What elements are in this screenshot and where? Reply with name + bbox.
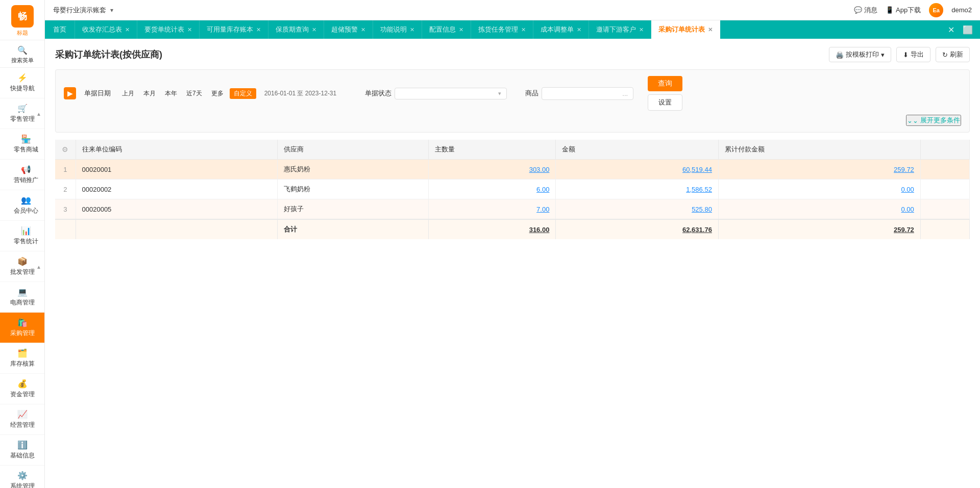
tab-close-icon[interactable]: ✕ — [187, 27, 192, 33]
export-icon: ⬇ — [903, 51, 909, 59]
goods-label: 商品 — [525, 89, 538, 98]
paid-value[interactable]: 0.00 — [718, 179, 920, 199]
amount-value[interactable]: 60,519.44 — [556, 160, 718, 179]
settings-button[interactable]: 设置 — [648, 94, 682, 111]
tab-close-icon[interactable]: ✕ — [125, 27, 130, 33]
tab-close-icon[interactable]: ✕ — [361, 27, 365, 33]
sidebar-item-members[interactable]: 👥 会员中心 — [0, 190, 44, 221]
tab-close-icon[interactable]: ✕ — [577, 27, 581, 33]
sidebar-item-ecommerce[interactable]: 💻 电商管理 — [0, 282, 44, 313]
sidebar-item-retail-mgmt[interactable]: 🛒 零售管理 ▲ — [0, 98, 44, 129]
tab-pick-task[interactable]: 拣货任务管理 ✕ — [471, 20, 533, 39]
tab-close-all-button[interactable]: ✕ — [945, 24, 958, 36]
col-paid: 累计付款金额 — [718, 140, 920, 160]
search-menu-item[interactable]: 🔍 搜索英单 — [0, 40, 44, 68]
qty-value[interactable]: 7.00 — [429, 199, 556, 220]
tab-order-stats[interactable]: 要货单统计表 ✕ — [137, 20, 200, 39]
tab-close-icon[interactable]: ✕ — [256, 27, 261, 33]
unit-code: 00020002 — [76, 179, 278, 199]
date-this-year-button[interactable]: 本年 — [162, 88, 180, 99]
tab-cost-adjust[interactable]: 成本调整单 ✕ — [533, 20, 589, 39]
amount-value[interactable]: 525.80 — [556, 199, 718, 220]
tab-available-ledger[interactable]: 可用量库存账本 ✕ — [200, 20, 268, 39]
inventory-icon: 🗂️ — [17, 348, 28, 358]
tab-close-icon[interactable]: ✕ — [312, 27, 316, 33]
template-print-button[interactable]: 🖨️ 按模板打印 ▾ — [829, 47, 891, 62]
filter-actions: 查询 设置 — [648, 76, 682, 111]
tab-function-desc[interactable]: 功能说明 ✕ — [373, 20, 422, 39]
paid-value[interactable]: 259.72 — [718, 160, 920, 179]
tab-close-icon[interactable]: ✕ — [459, 27, 463, 33]
col-amount: 金额 — [556, 140, 718, 160]
tab-receive-summary[interactable]: 收发存汇总表 ✕ — [75, 20, 137, 39]
topbar-right: 💬 消息 📱 App下载 Ea demo2 — [854, 3, 972, 17]
sidebar-item-marketing[interactable]: 📢 营销推广 — [0, 160, 44, 190]
date-range-display: 2016-01-01 至 2023-12-31 — [264, 89, 336, 98]
supplier-name: 好孩子 — [278, 199, 429, 220]
sidebar-item-finance[interactable]: 💰 资金管理 — [0, 374, 44, 404]
tab-purchase-order-stats[interactable]: 采购订单统计表 ✕ — [651, 20, 720, 39]
date-this-month-button[interactable]: 本月 — [140, 88, 159, 99]
tab-home[interactable]: 首页 — [45, 20, 75, 39]
date-7days-button[interactable]: 近7天 — [183, 88, 205, 99]
sidebar-item-purchase[interactable]: 🛍️ 采购管理 — [0, 313, 44, 343]
refresh-button[interactable]: ↻ 刷新 — [936, 47, 970, 62]
date-last-month-button[interactable]: 上月 — [119, 88, 137, 99]
export-button[interactable]: ⬇ 导出 — [896, 47, 930, 62]
topbar: 母婴行业演示账套 ▾ 💬 消息 📱 App下载 Ea demo2 — [45, 0, 980, 20]
sidebar-item-quick-nav[interactable]: ⚡ 快捷导航 — [0, 68, 44, 98]
sidebar-item-label: 会员中心 — [14, 207, 38, 215]
sidebar-item-system[interactable]: ⚙️ 系统管理 — [0, 466, 44, 488]
marketing-icon: 📢 — [21, 165, 31, 174]
username-label: demo2 — [951, 6, 972, 14]
tabbar-controls: ✕ ⬜ — [945, 24, 980, 36]
page-header: 采购订单统计表(按供应商) 🖨️ 按模板打印 ▾ ⬇ 导出 ↻ 刷新 — [55, 47, 970, 62]
sidebar-item-label: 批发管理 — [10, 268, 35, 276]
msg-icon: 💬 — [854, 6, 862, 14]
amount-value[interactable]: 1,586.52 — [556, 179, 718, 199]
tab-overstock-warning[interactable]: 超储预警 ✕ — [324, 20, 373, 39]
col-check: ⚙ — [55, 140, 76, 160]
tab-config-info[interactable]: 配置信息 ✕ — [422, 20, 471, 39]
tab-expiry-query[interactable]: 保质期查询 ✕ — [268, 20, 324, 39]
date-custom-badge[interactable]: 自定义 — [230, 88, 256, 99]
qty-value[interactable]: 6.00 — [429, 179, 556, 199]
query-button[interactable]: 查询 — [648, 76, 682, 91]
filter-row: ▶ 单据日期 上月 本月 本年 近7天 更多 自定义 2016-01-01 至 … — [64, 76, 961, 111]
sidebar-item-label: 库存核算 — [10, 359, 35, 368]
chevron-down-icon: ▾ — [881, 51, 885, 59]
tab-close-icon[interactable]: ✕ — [639, 27, 644, 33]
status-select[interactable]: ▾ — [395, 88, 507, 99]
date-more-button[interactable]: 更多 — [208, 88, 227, 99]
app-logo-text: 标题 — [17, 29, 28, 37]
filter-bar: ▶ 单据日期 上月 本月 本年 近7天 更多 自定义 2016-01-01 至 … — [55, 69, 970, 133]
sidebar-item-label: 零售统计 — [14, 237, 38, 246]
paid-value[interactable]: 0.00 — [718, 199, 920, 220]
column-settings-icon[interactable]: ⚙ — [62, 145, 68, 153]
tab-close-icon[interactable]: ✕ — [521, 27, 526, 33]
system-icon: ⚙️ — [17, 471, 28, 480]
tab-close-icon[interactable]: ✕ — [708, 27, 713, 33]
ecommerce-icon: 💻 — [17, 287, 28, 297]
account-dropdown[interactable]: ▾ — [110, 7, 113, 14]
sidebar-item-basics[interactable]: ℹ️ 基础信息 — [0, 435, 44, 466]
app-logo-icon: 畅 — [11, 5, 34, 28]
qty-value[interactable]: 303.00 — [429, 160, 556, 179]
goods-input[interactable]: ... — [542, 87, 633, 100]
msg-button[interactable]: 💬 消息 — [854, 6, 877, 15]
sidebar-item-retail-shop[interactable]: 🏪 零售商城 — [0, 129, 44, 160]
sidebar-item-retail-stats[interactable]: 📊 零售统计 — [0, 221, 44, 251]
sidebar-item-wholesale[interactable]: 📦 批发管理 ▲ — [0, 251, 44, 282]
app-download-button[interactable]: 📱 App下载 — [886, 6, 921, 15]
sidebar-item-label: 营销推广 — [14, 176, 38, 185]
sidebar-item-operations[interactable]: 📈 经营管理 — [0, 404, 44, 435]
more-icon: ... — [622, 90, 628, 97]
tab-close-icon[interactable]: ✕ — [410, 27, 414, 33]
filter-toggle-button[interactable]: ▶ — [64, 87, 76, 99]
sidebar-item-inventory[interactable]: 🗂️ 库存核算 — [0, 343, 44, 374]
row-index: 2 — [55, 179, 76, 199]
tab-maximize-button[interactable]: ⬜ — [960, 24, 976, 36]
expand-more-button[interactable]: ⌄⌄ 展开更多条件 — [906, 115, 961, 126]
tab-invite-downstream[interactable]: 邀请下游客户 ✕ — [589, 20, 651, 39]
topbar-left: 母婴行业演示账套 ▾ — [53, 6, 113, 15]
